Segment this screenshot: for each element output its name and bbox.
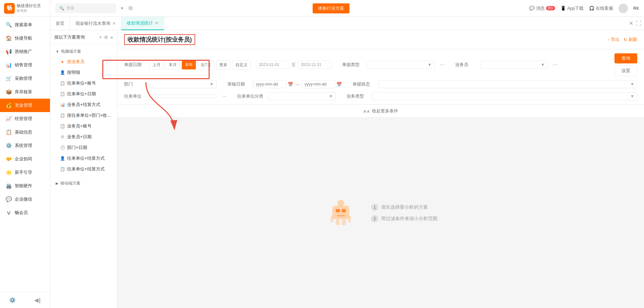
sidebar-item-wechat[interactable]: 💬 企业微信 bbox=[0, 193, 50, 206]
counterpart-more-btn[interactable]: ··· bbox=[222, 93, 226, 99]
sidebar-item-marketing[interactable]: 📢 营销推广 bbox=[0, 45, 50, 58]
svg-rect-1 bbox=[336, 209, 340, 212]
dept-date-icon: 🕐 bbox=[60, 145, 65, 150]
trial-btn[interactable]: 体验行业方案 bbox=[313, 3, 350, 13]
tab-home[interactable]: 首页 bbox=[50, 17, 70, 30]
business-type-select[interactable]: ▼ bbox=[372, 92, 637, 100]
date-btn-this-month[interactable]: 本月 bbox=[166, 60, 180, 69]
messages-btn[interactable]: 💬 消息 99+ bbox=[529, 5, 555, 11]
sidebar-item-finance[interactable]: 💰 资金管理 bbox=[0, 99, 50, 112]
desktop-scheme-section: ▼ 电脑端方案 ● 按业务员 👤 按明细 📋 往来单位+账号 📋 往来 bbox=[50, 45, 117, 176]
sidebar-item-inventory[interactable]: 📦 库存核算 bbox=[0, 85, 50, 99]
collapse-bar-label: 收起更多条件 bbox=[372, 108, 398, 114]
data-hints: 1 请先选择要分析的方案 2 用过滤条件来缩小分析范围 bbox=[371, 204, 437, 222]
sidebar-item-enterprise[interactable]: 🤝 企业协同 bbox=[0, 152, 50, 166]
topbar-right: 💬 消息 99+ 📱 App下载 🎧 在线客服 Rit bbox=[529, 4, 639, 13]
tab-collection[interactable]: 收款情况统计 ✕ bbox=[121, 17, 164, 30]
sidebar-item-operation[interactable]: 📈 经营管理 bbox=[0, 112, 50, 125]
left-panel-title: 按以下方案查询 bbox=[54, 34, 85, 40]
topbar-gear-icon[interactable]: ⚙ bbox=[128, 5, 133, 11]
counterpart-category-select[interactable]: ▼ bbox=[269, 92, 336, 100]
date-btn-this-year[interactable]: 本年 bbox=[182, 60, 196, 69]
phone-icon: 📱 bbox=[560, 6, 566, 11]
audit-date-to-input[interactable] bbox=[302, 80, 335, 88]
filter-action-btns: 查询 设置 bbox=[614, 53, 637, 76]
dept-select[interactable]: ▼ bbox=[150, 80, 217, 88]
audit-date-from-input[interactable] bbox=[253, 80, 286, 88]
user-avatar[interactable] bbox=[619, 4, 628, 13]
search-menu-icon: 🔍 bbox=[5, 21, 12, 28]
date-btn-last-month[interactable]: 上月 bbox=[150, 60, 164, 69]
sidebar-item-search-menu[interactable]: 🔍 搜索菜单 bbox=[0, 18, 50, 32]
dept-label: 部门 bbox=[124, 81, 144, 87]
scheme-item-salesperson-settlement[interactable]: 📊 业务员+结算方式 bbox=[50, 99, 117, 110]
bill-status-chevron-icon: ▼ bbox=[630, 82, 634, 87]
dropdown-arrow: ▼ bbox=[120, 6, 124, 11]
counterpart-label: 往来单位 bbox=[124, 93, 144, 99]
calendar-to-icon[interactable]: 📅 bbox=[336, 82, 342, 87]
sidebar-item-purchase[interactable]: 🛒 采购管理 bbox=[0, 72, 50, 85]
hint-item-1: 1 请先选择要分析的方案 bbox=[371, 204, 437, 211]
sidebar-item-basic[interactable]: 📋 基础信息 bbox=[0, 125, 50, 139]
add-scheme-btn[interactable]: + bbox=[99, 34, 102, 40]
tab-bank-flow[interactable]: 现金银行流水查询 ✕ bbox=[70, 17, 121, 30]
bill-status-select[interactable]: ▼ bbox=[378, 80, 637, 88]
export-btn[interactable]: ↑ 导出 bbox=[607, 37, 620, 43]
bill-type-select[interactable]: ▼ bbox=[368, 61, 435, 69]
date-btn-more[interactable]: 更多 bbox=[216, 60, 230, 69]
sidebar-item-hardware[interactable]: 🖨️ 智能硬件 bbox=[0, 179, 50, 193]
member-icon: V bbox=[5, 209, 12, 216]
date-btn-custom[interactable]: 自定义 bbox=[232, 60, 251, 69]
scheme-item-dept-date[interactable]: 🕐 部门+日期 bbox=[50, 142, 117, 153]
salesperson-settlement-icon: 📊 bbox=[60, 102, 65, 107]
sidebar: 畅 畅捷通好生意 标准版 🔍 搜索菜单 🏠 快捷导航 📢 营销推广 📊 销售管理… bbox=[0, 0, 50, 308]
query-btn[interactable]: 查询 bbox=[614, 53, 637, 63]
sidebar-item-quick-nav[interactable]: 🏠 快捷导航 bbox=[0, 32, 50, 45]
hint-num-1: 1 bbox=[371, 204, 378, 211]
scheme-item-salesperson-date[interactable]: ⚙ 业务员+日期 bbox=[50, 132, 117, 142]
scheme-item-salesperson-account[interactable]: 📋 业务员+账号 bbox=[50, 121, 117, 132]
svg-rect-3 bbox=[337, 215, 345, 216]
scheme-item-by-detail[interactable]: 👤 按明细 bbox=[50, 67, 117, 78]
right-panel: 收款情况统计(按业务员) ↑ 导出 ↻ 刷新 单据日期 bbox=[117, 30, 644, 308]
date-from-input[interactable] bbox=[256, 61, 289, 69]
scheme-item-supplier-account[interactable]: 📋 往来单位+账号 bbox=[50, 78, 117, 89]
app-download-btn[interactable]: 📱 App下载 bbox=[560, 5, 584, 11]
calendar-from-icon[interactable]: 📅 bbox=[288, 82, 293, 87]
date-to-input[interactable] bbox=[298, 61, 331, 69]
counterpart-select[interactable] bbox=[150, 95, 217, 98]
date-btn-7days[interactable]: 近7天 bbox=[198, 60, 214, 69]
tab-close-btn[interactable]: ✕ bbox=[629, 20, 633, 27]
scheme-item-supplier-settlement2[interactable]: 📋 往来单位+结算方式 bbox=[50, 164, 117, 174]
sidebar-item-guide[interactable]: 🌟 新手引导 bbox=[0, 166, 50, 179]
salesperson-select[interactable]: ▼ bbox=[481, 61, 548, 69]
tab-expand-btn[interactable]: ⛶ bbox=[636, 20, 641, 27]
tab-collection-close[interactable]: ✕ bbox=[155, 21, 158, 25]
scheme-collapse-btn[interactable]: « bbox=[110, 35, 113, 40]
search-placeholder: 搜索 bbox=[66, 5, 74, 11]
sidebar-item-system[interactable]: ⚙️ 系统管理 bbox=[0, 139, 50, 152]
sidebar-item-sales[interactable]: 📊 销售管理 bbox=[0, 58, 50, 72]
sales-icon: 📊 bbox=[5, 62, 12, 68]
collapse-bar[interactable]: ∧∧ 收起更多条件 bbox=[117, 105, 644, 118]
sidebar-item-member[interactable]: V 畅会员 bbox=[0, 206, 50, 219]
salesperson-more-btn[interactable]: ··· bbox=[553, 62, 557, 68]
scheme-item-supplier-settlement1[interactable]: 👤 往来单位+结算方式 bbox=[50, 153, 117, 164]
scheme-settings-btn[interactable]: ⚙ bbox=[104, 35, 108, 40]
sidebar-settings-btn[interactable]: ⚙️ bbox=[7, 295, 18, 305]
online-service-btn[interactable]: 🎧 在线客服 bbox=[589, 5, 613, 11]
scheme-item-by-salesperson[interactable]: ● 按业务员 bbox=[50, 56, 117, 67]
scheme-item-supplier-date[interactable]: 📋 往来单位+日期 bbox=[50, 89, 117, 99]
refresh-btn[interactable]: ↻ 刷新 bbox=[624, 37, 637, 43]
sidebar-collapse-btn[interactable]: ◀‖ bbox=[32, 295, 43, 305]
supplier-date-icon: 📋 bbox=[60, 91, 65, 97]
topbar-search[interactable]: 🔍 搜索 bbox=[56, 4, 116, 13]
scheme-item-supplier-dept[interactable]: 📋 按往来单位+部门+收... bbox=[50, 110, 117, 121]
data-area: 1 请先选择要分析的方案 2 用过滤条件来缩小分析范围 bbox=[117, 118, 644, 308]
mobile-scheme-label[interactable]: ▶ 移动端方案 bbox=[50, 178, 117, 188]
topbar-dropdown[interactable]: ▼ bbox=[120, 6, 124, 11]
bill-type-more-btn[interactable]: ··· bbox=[440, 62, 444, 68]
desktop-scheme-label[interactable]: ▼ 电脑端方案 bbox=[50, 47, 117, 56]
filter-settings-btn[interactable]: 设置 bbox=[614, 65, 637, 76]
tab-bank-flow-close[interactable]: ✕ bbox=[112, 21, 116, 26]
